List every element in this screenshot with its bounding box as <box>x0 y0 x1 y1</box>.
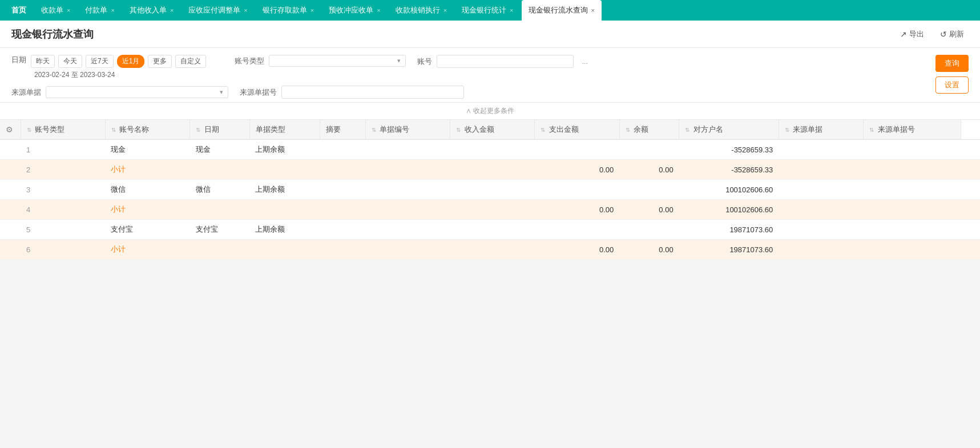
col-expense[interactable]: ⇅ 支出金额 <box>535 120 619 140</box>
nav-cash-bank-stat-label: 现金银行统计 <box>462 5 506 15</box>
filter-section: 日期 昨天 今天 近7天 近1月 更多 自定义 2023-02-24 至 202… <box>0 48 980 103</box>
row-num: 6 <box>21 240 105 260</box>
counterparty-cell <box>779 220 863 240</box>
row-settings-col <box>0 240 21 260</box>
col-source-doc-no[interactable]: ⇅ 来源单据号 <box>864 120 961 140</box>
account-type-cell: 小计 <box>105 200 189 220</box>
col-counterparty[interactable]: ⇅ 对方户名 <box>679 120 779 140</box>
date-cell <box>249 240 320 260</box>
nav-cash-bank-query-close[interactable]: × <box>591 7 595 14</box>
col-source-doc[interactable]: ⇅ 来源单据 <box>779 120 863 140</box>
nav-advance-ar-label: 预收冲应收单 <box>329 5 373 15</box>
nav-bank-deposit[interactable]: 银行存取款单 × <box>256 0 321 21</box>
summary-cell <box>365 200 450 220</box>
balance-cell: 100102606.60 <box>679 180 779 200</box>
source-doc-no-cell <box>961 240 980 260</box>
nav-receipt-verify-close[interactable]: × <box>443 7 447 14</box>
nav-home-label: 首页 <box>11 5 26 15</box>
account-type-cell: 微信 <box>105 180 189 200</box>
doc-no-cell <box>450 220 535 240</box>
nav-advance-ar[interactable]: 预收冲应收单 × <box>322 0 387 21</box>
settings-col-header[interactable]: ⚙ <box>0 120 21 140</box>
col-income[interactable]: ⇅ 收入金额 <box>450 120 535 140</box>
row-settings-col <box>0 180 21 200</box>
income-cell: 0.00 <box>535 240 619 260</box>
expense-cell <box>619 140 679 160</box>
row-settings-col <box>0 160 21 180</box>
table-row: 1现金现金上期余额-3528659.33 <box>0 140 980 160</box>
source-doc-select[interactable]: ▾ <box>46 86 228 98</box>
col-account-type[interactable]: ⇅ 账号类型 <box>21 120 105 140</box>
row-settings-col <box>0 220 21 240</box>
nav-advance-ar-close[interactable]: × <box>377 7 380 14</box>
date-custom[interactable]: 自定义 <box>175 55 206 68</box>
balance-cell: -3528659.33 <box>679 160 779 180</box>
account-name-cell: 支付宝 <box>190 220 249 240</box>
nav-other-income-close[interactable]: × <box>170 7 174 14</box>
col-date[interactable]: ⇅ 日期 <box>190 120 249 140</box>
nav-other-income[interactable]: 其他收入单 × <box>123 0 180 21</box>
date-more[interactable]: 更多 <box>148 55 172 68</box>
doc-no-cell <box>450 160 535 180</box>
date-yesterday[interactable]: 昨天 <box>31 55 55 68</box>
account-more-button[interactable]: ... <box>578 55 591 67</box>
sort-account-name-icon: ⇅ <box>111 127 116 133</box>
account-type-select[interactable]: ▾ <box>269 55 406 67</box>
col-doc-no[interactable]: ⇅ 单据编号 <box>365 120 450 140</box>
row-num: 3 <box>21 180 105 200</box>
nav-bank-deposit-close[interactable]: × <box>310 7 314 14</box>
nav-payment-close[interactable]: × <box>111 7 114 14</box>
nav-receipt-close[interactable]: × <box>67 7 70 14</box>
refresh-button[interactable]: ↺ 刷新 <box>935 27 969 42</box>
sort-source-doc-no-icon: ⇅ <box>869 127 874 133</box>
nav-home[interactable]: 首页 <box>5 0 33 21</box>
date-cell <box>249 200 320 220</box>
date-7days[interactable]: 近7天 <box>86 55 114 68</box>
sort-counterparty-icon: ⇅ <box>685 127 689 133</box>
date-1month[interactable]: 近1月 <box>117 55 145 68</box>
summary-cell <box>365 140 450 160</box>
expense-cell: 0.00 <box>619 160 679 180</box>
source-doc-cell <box>864 140 961 160</box>
nav-ar-ap-adjust-close[interactable]: × <box>244 7 247 14</box>
row-num: 4 <box>21 200 105 220</box>
nav-receipt-verify[interactable]: 收款核销执行 × <box>389 0 454 21</box>
collapse-bar[interactable]: ∧ 收起更多条件 <box>0 103 980 120</box>
nav-cash-bank-stat[interactable]: 现金银行统计 × <box>455 0 520 21</box>
col-source-doc-no-label: 来源单据号 <box>878 125 915 134</box>
account-type-cell: 支付宝 <box>105 220 189 240</box>
nav-receipt-verify-label: 收款核销执行 <box>396 5 440 15</box>
doc-no-cell <box>450 240 535 260</box>
nav-receipt[interactable]: 收款单 × <box>34 0 77 21</box>
query-button[interactable]: 查询 <box>935 55 969 72</box>
account-input[interactable] <box>437 55 574 68</box>
counterparty-cell <box>779 200 863 220</box>
collapse-label: 收起更多条件 <box>473 107 514 115</box>
nav-cash-bank-query[interactable]: 现金银行流水查询 × <box>522 0 602 21</box>
row-num: 2 <box>21 160 105 180</box>
col-balance-label: 余额 <box>634 125 648 134</box>
date-label: 日期 <box>11 55 26 65</box>
col-balance[interactable]: ⇅ 余额 <box>619 120 679 140</box>
col-doc-type[interactable]: 单据类型 <box>249 120 320 140</box>
settings-button[interactable]: 设置 <box>935 76 969 94</box>
col-source-doc-label: 来源单据 <box>793 125 822 134</box>
expense-cell: 0.00 <box>619 200 679 220</box>
summary-cell <box>365 240 450 260</box>
right-buttons: 查询 设置 <box>935 55 969 94</box>
income-cell <box>535 180 619 200</box>
account-name-cell: 现金 <box>190 140 249 160</box>
date-today[interactable]: 今天 <box>58 55 82 68</box>
col-summary[interactable]: 摘要 <box>320 120 366 140</box>
nav-ar-ap-adjust[interactable]: 应收应付调整单 × <box>182 0 254 21</box>
top-nav: 首页 收款单 × 付款单 × 其他收入单 × 应收应付调整单 × 银行存取款单 … <box>0 0 980 21</box>
row-settings-col <box>0 200 21 220</box>
nav-cash-bank-stat-close[interactable]: × <box>510 7 513 14</box>
nav-payment[interactable]: 付款单 × <box>78 0 121 21</box>
export-icon: ↗ <box>900 30 907 39</box>
export-button[interactable]: ↗ 导出 <box>896 27 929 42</box>
expense-cell: 0.00 <box>619 240 679 260</box>
col-account-name[interactable]: ⇅ 账号名称 <box>105 120 189 140</box>
table-row: 5支付宝支付宝上期余额19871073.60 <box>0 220 980 240</box>
source-doc-no-input[interactable] <box>281 86 464 99</box>
